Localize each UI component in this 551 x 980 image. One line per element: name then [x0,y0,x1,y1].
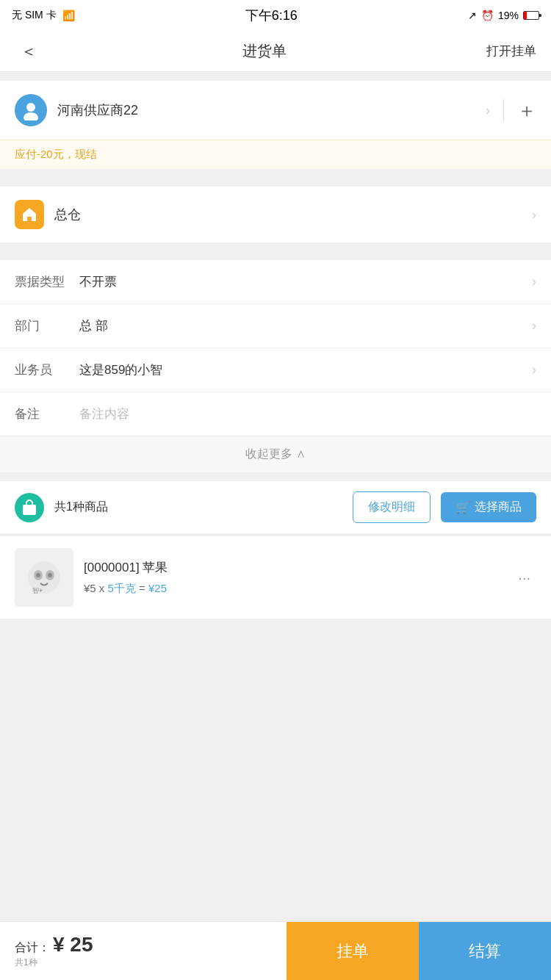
product-count-icon [15,493,44,522]
remark-row[interactable]: 备注 备注内容 [0,392,551,436]
department-row[interactable]: 部门 总 部 › [0,304,551,348]
invoice-value: 不开票 [73,273,532,290]
notice-banner: 应付-20元，现结 [0,140,551,169]
remark-input[interactable]: 备注内容 [73,406,536,422]
svg-point-1 [24,112,38,120]
edit-detail-button[interactable]: 修改明细 [353,491,431,523]
product-count-text: 共1种商品 [54,500,342,515]
product-name: [0000001] 苹果 [84,559,502,576]
svg-point-7 [48,573,52,577]
hang-button[interactable]: 挂单 [287,922,419,980]
shopping-bag-icon [21,499,38,516]
collapse-button[interactable]: 收起更多 ∧ [0,436,551,472]
product-more-button[interactable]: ··· [512,566,536,589]
product-divider [0,533,551,535]
location-icon: ↗ [468,10,477,21]
cart-icon: 🛒 [455,500,470,514]
product-price: ¥5 x 5千克 = ¥25 [84,582,502,596]
salesperson-value: 这是859的小智 [73,361,532,378]
footer-spacer [0,619,551,677]
supplier-row[interactable]: 河南供应商22 › ＋ [0,81,551,140]
product-image: 智+ [15,548,73,607]
back-button[interactable]: ＜ [15,35,43,68]
invoice-row[interactable]: 票据类型 不开票 › [0,260,551,304]
person-icon [21,100,41,120]
battery-text: 19% [498,10,519,21]
alarm-icon: ⏰ [481,10,494,21]
status-time: 下午6:16 [245,7,298,24]
supplier-name: 河南供应商22 [57,101,486,119]
checkout-button[interactable]: 结算 [419,922,551,980]
product-info: [0000001] 苹果 ¥5 x 5千克 = ¥25 [84,559,502,596]
battery-icon [523,11,539,20]
svg-rect-2 [23,505,36,515]
product-header: 共1种商品 修改明细 🛒 选择商品 [0,481,551,533]
warehouse-icon [15,200,44,229]
gap-3 [0,242,551,251]
owl-logo: 智+ [26,559,62,596]
total-section: 合计： ¥ 25 共1种 [0,922,287,980]
gap-1 [0,72,551,81]
department-value: 总 部 [73,317,532,334]
notice-text: 应付-20元，现结 [15,148,97,160]
supplier-section: 河南供应商22 › ＋ 应付-20元，现结 [0,81,551,169]
form-section: 票据类型 不开票 › 部门 总 部 › 业务员 这是859的小智 › 备注 备注… [0,260,551,436]
wifi-icon: 📶 [62,10,75,21]
department-label: 部门 [15,317,73,334]
supplier-avatar [15,94,47,126]
total-count: 共1种 [15,956,272,969]
product-item: 智+ [0000001] 苹果 ¥5 x 5千克 = ¥25 ··· [0,536,551,619]
supplier-chevron-icon: › [486,103,490,118]
invoice-label: 票据类型 [15,273,73,290]
nav-bar: ＜ 进货单 打开挂单 [0,31,551,72]
total-label: 合计： [15,940,50,956]
invoice-chevron-icon: › [532,274,536,289]
svg-point-6 [36,573,40,577]
svg-point-0 [26,103,35,112]
gap-4 [0,472,551,481]
page-title: 进货单 [242,41,287,61]
add-button[interactable]: ＋ [517,98,536,123]
status-right: ↗ ⏰ 19% [468,10,539,21]
warehouse-chevron-icon: › [532,207,536,223]
select-product-button[interactable]: 🛒 选择商品 [441,492,536,522]
home-icon [21,206,37,223]
status-bar: 无 SIM 卡 📶 下午6:16 ↗ ⏰ 19% [0,0,551,31]
salesperson-chevron-icon: › [532,362,536,378]
bottom-bar: 合计： ¥ 25 共1种 挂单 结算 [0,921,551,980]
warehouse-row[interactable]: 总仓 › [0,187,551,242]
open-pending-button[interactable]: 打开挂单 [486,43,536,60]
remark-label: 备注 [15,406,73,422]
status-carrier: 无 SIM 卡 📶 [12,9,75,22]
salesperson-row[interactable]: 业务员 这是859的小智 › [0,348,551,392]
salesperson-label: 业务员 [15,361,73,378]
gap-2 [0,169,551,178]
divider [503,99,504,121]
svg-text:智+: 智+ [32,587,43,594]
warehouse-name: 总仓 [54,206,532,223]
total-amount: ¥ 25 [53,933,93,956]
department-chevron-icon: › [532,318,536,334]
